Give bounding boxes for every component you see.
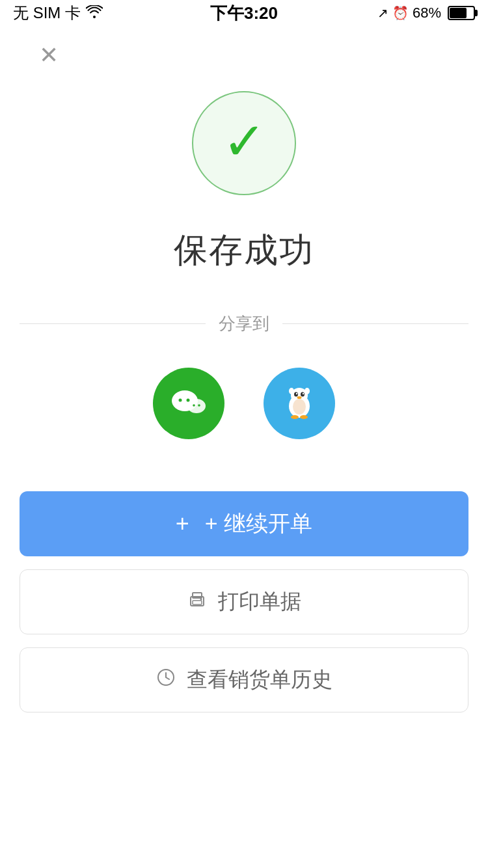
alarm-icon: ⏰ bbox=[392, 5, 409, 21]
status-right: ↗ ⏰ 68% bbox=[377, 5, 475, 21]
svg-point-11 bbox=[303, 393, 304, 394]
main-content: ✓ 保存成功 分享到 bbox=[0, 26, 488, 712]
share-icons bbox=[20, 368, 468, 439]
close-button[interactable]: ✕ bbox=[33, 39, 65, 72]
qq-share-button[interactable] bbox=[264, 368, 335, 439]
wechat-icon bbox=[168, 383, 210, 425]
location-icon: ↗ bbox=[377, 5, 388, 21]
status-time: 下午3:20 bbox=[210, 2, 278, 25]
wechat-share-button[interactable] bbox=[153, 368, 224, 439]
divider-left bbox=[20, 323, 206, 324]
action-buttons: + + 继续开单 打印单据 查看销货单历史 bbox=[0, 491, 488, 712]
svg-point-3 bbox=[186, 398, 189, 401]
svg-point-5 bbox=[198, 404, 200, 407]
svg-point-15 bbox=[300, 415, 308, 419]
battery-icon bbox=[448, 6, 475, 20]
printer-icon bbox=[187, 589, 208, 615]
svg-point-8 bbox=[294, 392, 298, 397]
svg-point-17 bbox=[305, 388, 310, 394]
success-circle: ✓ bbox=[192, 91, 296, 195]
svg-point-4 bbox=[193, 404, 195, 407]
history-label: 查看销货单历史 bbox=[187, 666, 332, 694]
print-button[interactable]: 打印单据 bbox=[20, 569, 468, 634]
share-label: 分享到 bbox=[206, 312, 282, 335]
qq-icon bbox=[279, 383, 319, 424]
success-title: 保存成功 bbox=[174, 228, 314, 273]
svg-point-1 bbox=[187, 399, 206, 413]
continue-order-button[interactable]: + + 继续开单 bbox=[20, 491, 468, 556]
svg-point-10 bbox=[296, 393, 297, 394]
history-icon bbox=[156, 667, 176, 693]
print-label: 打印单据 bbox=[218, 588, 301, 616]
plus-icon: + bbox=[176, 510, 189, 537]
divider-right bbox=[282, 323, 468, 324]
status-left: 无 SIM 卡 bbox=[13, 3, 103, 23]
history-button[interactable]: 查看销货单历史 bbox=[20, 647, 468, 712]
svg-point-12 bbox=[297, 396, 302, 399]
checkmark-icon: ✓ bbox=[223, 116, 266, 168]
share-divider: 分享到 bbox=[20, 312, 468, 335]
svg-point-14 bbox=[291, 415, 299, 419]
continue-label: + 继续开单 bbox=[205, 509, 312, 539]
svg-point-16 bbox=[289, 388, 294, 394]
no-sim-text: 无 SIM 卡 bbox=[13, 3, 81, 23]
wifi-icon bbox=[86, 4, 103, 22]
svg-rect-20 bbox=[193, 601, 202, 604]
battery-percent: 68% bbox=[413, 5, 441, 21]
svg-point-21 bbox=[200, 599, 202, 601]
share-section: 分享到 bbox=[0, 312, 488, 491]
svg-point-2 bbox=[178, 398, 182, 401]
close-icon: ✕ bbox=[39, 44, 59, 67]
svg-point-13 bbox=[293, 399, 306, 414]
status-bar: 无 SIM 卡 下午3:20 ↗ ⏰ 68% bbox=[0, 0, 488, 26]
svg-point-9 bbox=[301, 392, 305, 397]
